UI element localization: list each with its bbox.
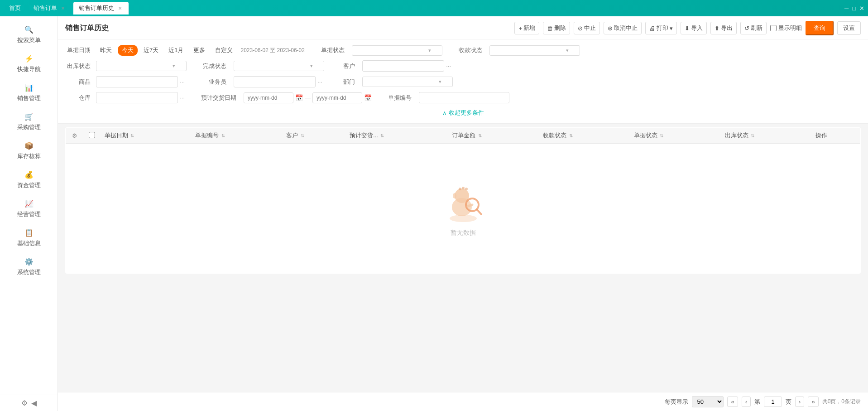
salesperson-input[interactable]	[234, 76, 316, 87]
date-group: 昨天 今天 近7天 近1月 更多 自定义	[96, 45, 305, 56]
tab-home-label: 首页	[9, 4, 21, 12]
display-toggle[interactable]: 显示明细	[770, 24, 802, 32]
tab-sales-order-history[interactable]: 销售订单历史 ✕	[73, 2, 129, 15]
page-input[interactable]	[764, 396, 782, 407]
col-action-label: 操作	[815, 132, 827, 139]
filter-row-4: 仓库 ··· 预计交货日期 📅 — 📅 单据编号	[65, 92, 861, 103]
col-date-sort-icon[interactable]: ⇅	[130, 133, 134, 138]
customer-input[interactable]	[362, 60, 444, 72]
sidebar-item-sales-mgmt[interactable]: 📊 销售管理	[0, 78, 58, 107]
delivery-date-end-cal-icon[interactable]: 📅	[364, 94, 372, 102]
department-select[interactable]: ▾	[362, 77, 453, 87]
print-icon: 🖨	[649, 25, 655, 32]
order-status-select[interactable]: ▾	[352, 45, 442, 56]
warehouse-ellipsis-icon[interactable]: ···	[178, 92, 187, 103]
completion-status-select[interactable]: ▾	[234, 61, 324, 71]
import-button[interactable]: ⬇ 导入	[681, 22, 707, 34]
query-button[interactable]: 查询	[806, 21, 834, 35]
sidebar-item-finance[interactable]: 💰 资金管理	[0, 165, 58, 194]
col-customer-sort-icon[interactable]: ⇅	[301, 133, 304, 138]
sidebar-bottom: ⚙ ◀	[0, 395, 58, 411]
product-input[interactable]	[96, 76, 178, 87]
minimize-icon[interactable]: ─	[844, 5, 849, 12]
col-delivery-status-sort-icon[interactable]: ⇅	[751, 133, 754, 138]
date-filter-label: 单据日期	[65, 46, 91, 54]
sidebar-item-basic-info-label: 基础信息	[17, 239, 41, 247]
stop-button[interactable]: ⊘ 中止	[574, 22, 600, 34]
sidebar-item-purchase-mgmt[interactable]: 🛒 采购管理	[0, 107, 58, 136]
per-page-select[interactable]: 50 10 20 100	[692, 396, 724, 407]
new-button[interactable]: + 新增	[514, 22, 539, 34]
refresh-button[interactable]: ↺ 刷新	[740, 22, 767, 34]
cancel-stop-button[interactable]: ⊗ 取消中止	[604, 22, 642, 34]
export-button[interactable]: ⬆ 导出	[710, 22, 737, 34]
yesterday-btn[interactable]: 昨天	[96, 45, 116, 56]
delivery-date-start-cal-icon[interactable]: 📅	[295, 94, 303, 102]
sidebar-item-inventory[interactable]: 📦 库存核算	[0, 136, 58, 165]
today-label: 今天	[122, 47, 134, 53]
warehouse-label: 仓库	[65, 94, 91, 102]
delivery-date-sep: —	[305, 94, 311, 101]
col-order-no-sort-icon[interactable]: ⇅	[221, 133, 225, 138]
col-payment-status-sort-icon[interactable]: ⇅	[569, 133, 573, 138]
maximize-icon[interactable]: □	[852, 5, 856, 12]
col-order-status-sort-icon[interactable]: ⇅	[660, 133, 663, 138]
delete-button[interactable]: 🗑 删除	[543, 22, 570, 34]
window-controls: ─ □ ✕	[844, 5, 864, 12]
sidebar-item-operations-label: 经营管理	[17, 210, 41, 218]
tab-home[interactable]: 首页	[4, 2, 26, 15]
refresh-label: 刷新	[751, 24, 762, 32]
delivery-date-end[interactable]	[312, 92, 362, 103]
sidebar-item-basic-info[interactable]: 📋 基础信息	[0, 223, 58, 252]
sidebar-item-search-menu[interactable]: 🔍 搜索菜单	[0, 20, 58, 49]
product-ellipsis-icon[interactable]: ···	[178, 77, 187, 87]
more-label: 更多	[193, 47, 205, 53]
svg-point-6	[453, 193, 456, 198]
delivery-status-select[interactable]: ▾	[96, 61, 187, 71]
last-page-button[interactable]: »	[808, 396, 818, 407]
warehouse-input[interactable]	[96, 92, 178, 103]
sidebar-item-operations[interactable]: 📈 经营管理	[0, 194, 58, 223]
tab-sales-order-close[interactable]: ✕	[60, 5, 66, 11]
salesperson-ellipsis-icon[interactable]: ···	[316, 77, 324, 87]
page-header: 销售订单历史 + 新增 🗑 删除 ⊘ 中止 ⊗ 取消中止	[58, 16, 868, 39]
delivery-status-label: 出库状态	[65, 62, 91, 70]
col-amount: 订单金额 ⇅	[447, 128, 538, 144]
col-amount-sort-icon[interactable]: ⇅	[478, 133, 482, 138]
payment-status-select[interactable]: ▾	[489, 45, 580, 56]
first-page-button[interactable]: «	[727, 396, 738, 407]
stop-label: 中止	[584, 24, 596, 32]
delivery-date-label: 预计交货日期	[201, 94, 236, 102]
settings-button[interactable]: 设置	[837, 21, 861, 35]
sidebar-item-sys-mgmt[interactable]: ⚙️ 系统管理	[0, 252, 58, 281]
next-page-button[interactable]: ›	[795, 396, 804, 407]
tab-sales-order-history-close[interactable]: ✕	[117, 5, 123, 11]
col-delivery-date-sort-icon[interactable]: ⇅	[380, 133, 384, 138]
tab-sales-order-label: 销售订单	[34, 4, 57, 12]
table-gear-icon[interactable]: ⚙	[72, 132, 77, 139]
col-payment-status: 收款状态 ⇅	[538, 128, 629, 144]
sidebar-item-quick-nav[interactable]: ⚡ 快捷导航	[0, 49, 58, 78]
custom-btn[interactable]: 自定义	[211, 45, 237, 56]
tab-sales-order[interactable]: 销售订单 ✕	[28, 2, 72, 15]
today-btn[interactable]: 今天	[118, 45, 138, 56]
prev-page-button[interactable]: ‹	[742, 396, 751, 407]
order-no-input[interactable]	[419, 92, 509, 103]
customer-ellipsis-icon[interactable]: ···	[444, 61, 453, 71]
sidebar-collapse-icon[interactable]: ◀	[31, 399, 37, 407]
pagination-bar: 每页显示 50 10 20 100 « ‹ 第 页 › » 共0页，0条记录	[58, 392, 868, 411]
col-delivery-date-label: 预计交货...	[350, 132, 378, 139]
close-window-icon[interactable]: ✕	[859, 5, 864, 12]
table-select-all-checkbox[interactable]	[89, 132, 95, 138]
delivery-date-start[interactable]	[244, 92, 293, 103]
salesperson-label: 业务员	[201, 78, 226, 86]
last1m-btn[interactable]: 近1月	[164, 45, 187, 56]
toolbar: + 新增 🗑 删除 ⊘ 中止 ⊗ 取消中止 🖨 打印	[514, 21, 861, 35]
col-customer-label: 客户	[286, 132, 298, 139]
print-button[interactable]: 🖨 打印 ▾	[645, 22, 677, 34]
sidebar-settings-icon[interactable]: ⚙	[21, 399, 28, 407]
collapse-btn[interactable]: ∧ 收起更多条件	[65, 108, 861, 118]
display-toggle-checkbox[interactable]	[770, 25, 777, 31]
last7-btn[interactable]: 近7天	[139, 45, 163, 56]
more-btn[interactable]: 更多	[189, 45, 209, 56]
